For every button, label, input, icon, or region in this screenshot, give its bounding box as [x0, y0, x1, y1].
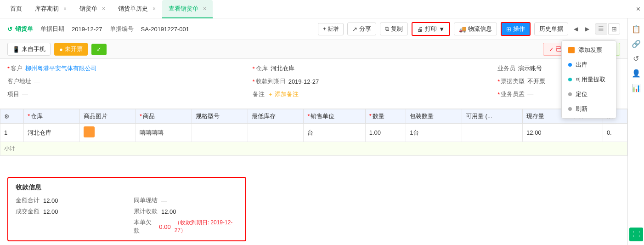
grid-view-btn[interactable]: ⊞	[608, 23, 620, 34]
check-icon: ✓	[96, 46, 102, 53]
payment-info-box: 收款信息 金额合计 12.00 同单现结 — 成交金额 12.00 累计收款 1…	[7, 177, 246, 241]
tab-view-sales-close[interactable]: ×	[203, 6, 206, 12]
toolbar-row: 📱 来自手机 ● 未开票 ✓ ✓ 已核销 ✓ 已生效	[0, 40, 627, 59]
owed-label: 本单欠款	[134, 218, 155, 235]
customer-label: 客户	[11, 64, 23, 73]
copy-icon: ⧉	[385, 25, 389, 33]
staff2-label: 业务员孟	[501, 90, 525, 98]
subtotal-row: 小计	[0, 142, 627, 156]
tab-view-sales[interactable]: 查看销货单 ×	[162, 0, 213, 18]
view-toggle: ☰ ⊞	[595, 23, 620, 34]
window-close-button[interactable]: ×	[636, 5, 640, 13]
cell-img	[80, 124, 136, 142]
operations-button[interactable]: ⊞ 操作	[501, 22, 531, 36]
sidebar-refresh-icon[interactable]: ↺	[629, 51, 643, 65]
right-sidebar: 📋 🔗 ↺ 👤 📊 ⛶	[627, 18, 644, 245]
cell-avail	[462, 124, 523, 142]
table-row: 1 河北仓库 嘻嘻嘻嘻 台 1.00 1台 12.00	[0, 124, 627, 142]
date-value: 2019-12-27	[72, 26, 102, 33]
sidebar-chart-icon[interactable]: 📊	[629, 81, 643, 95]
logistics-button[interactable]: 🚚 物流信息	[454, 23, 497, 35]
same-order-value: —	[161, 197, 167, 204]
from-phone-btn[interactable]: 📱 来自手机	[7, 43, 51, 56]
cumulative-label: 累计收款	[134, 207, 158, 216]
payment-date-label: 收款到期日	[256, 77, 286, 85]
print-icon: 🖨	[417, 26, 423, 33]
sidebar-doc-icon[interactable]: 📋	[629, 22, 643, 36]
warehouse-field: * 仓库 河北仓库	[253, 64, 498, 73]
invoice-icon	[568, 47, 575, 53]
locate-item[interactable]: 定位	[562, 87, 616, 102]
history-button[interactable]: 历史单据	[534, 23, 568, 35]
form-area: * 客户 柳州粤港平安气体有限公司 * 仓库 河北仓库 业务员 演示账号 客户地…	[0, 59, 627, 109]
sidebar-user-icon[interactable]: 👤	[629, 66, 643, 80]
doc-icon: ↺	[7, 26, 12, 33]
cell-product: 嘻嘻嘻嘻	[136, 124, 192, 142]
payment-date-field: * 收款到期日 2019-12-27	[253, 77, 498, 85]
doc-title-section: ↺ 销货单	[7, 25, 33, 33]
staff-value: 演示账号	[518, 64, 542, 73]
number-label: 单据编号	[110, 25, 134, 33]
copy-button[interactable]: ⧉ 复制	[380, 23, 408, 35]
transaction-label: 成交金额	[16, 207, 40, 216]
owed-note: （收款到期日: 2019-12-27）	[175, 219, 238, 234]
plus-icon: ＋	[267, 90, 273, 98]
tab-inventory[interactable]: 库存期初 ×	[28, 0, 73, 18]
available-qty-item[interactable]: 可用量提取	[562, 72, 616, 87]
tab-inventory-close[interactable]: ×	[63, 6, 67, 12]
ticket-required: *	[497, 78, 500, 85]
col-warehouse: *仓库	[24, 109, 80, 124]
payment-owed: 本单欠款 0.00 （收款到期日: 2019-12-27）	[134, 218, 238, 235]
col-product: *商品	[136, 109, 192, 124]
cell-qty: 1.00	[365, 124, 406, 142]
same-order-label: 同单现结	[134, 196, 158, 205]
note-field: 备注 ＋ 添加备注	[253, 90, 498, 98]
prev-arrow[interactable]: ◀	[572, 26, 580, 32]
tab-sales-close[interactable]: ×	[102, 6, 105, 12]
cell-no: 1	[0, 124, 24, 142]
grid-icon: ⊞	[506, 26, 511, 33]
col-spec: 规格型号	[192, 109, 248, 124]
add-note-btn[interactable]: ＋ 添加备注	[267, 90, 299, 98]
phone-icon: 📱	[12, 46, 20, 53]
tab-home[interactable]: 首页	[4, 0, 28, 18]
check-btn[interactable]: ✓	[91, 44, 107, 55]
not-open-btn[interactable]: ● 未开票	[54, 43, 88, 56]
payment-cumulative: 累计收款 12.00	[134, 207, 238, 216]
print-button[interactable]: 🖨 打印 ▼	[412, 22, 450, 36]
staff2-required: *	[497, 91, 500, 98]
list-view-btn[interactable]: ☰	[595, 23, 607, 34]
ticket-type-label: 票据类型	[501, 77, 525, 85]
col-gear[interactable]: ⚙	[0, 109, 24, 124]
col-unit: *销售单位	[304, 109, 365, 124]
owed-value: 0.00	[159, 223, 170, 230]
total-value: 12.00	[43, 197, 58, 204]
outbound-item[interactable]: 出库	[562, 57, 616, 72]
add-invoice-item[interactable]: 添加发票	[562, 43, 616, 57]
doc-title-text: 销货单	[15, 25, 33, 33]
refresh-item[interactable]: 刷新	[562, 102, 616, 116]
warehouse-value: 河北仓库	[271, 64, 294, 73]
payment-date-required: *	[253, 78, 255, 85]
new-button[interactable]: + 新增	[318, 23, 344, 35]
transaction-value: 12.00	[43, 208, 58, 215]
col-avail: 可用量 (...	[462, 109, 523, 124]
sidebar-expand-icon[interactable]: ⛶	[629, 228, 643, 241]
ticket-type-value: 不开票	[527, 77, 545, 85]
tab-sales-history-close[interactable]: ×	[153, 6, 156, 12]
tab-sales[interactable]: 销货单 ×	[73, 0, 112, 18]
cell-warehouse: 河北仓库	[24, 124, 80, 142]
share-button[interactable]: ↗ 分享	[347, 23, 376, 35]
tab-sales-history[interactable]: 销货单历史 ×	[112, 0, 162, 18]
cell-unit: 台	[304, 124, 365, 142]
doc-actions: + 新增 ↗ 分享 ⧉ 复制 🖨 打印 ▼ 🚚 物流信息	[318, 22, 620, 36]
sidebar-link-icon[interactable]: 🔗	[629, 37, 643, 51]
payment-transaction: 成交金额 12.00	[16, 207, 120, 216]
warehouse-required: *	[253, 65, 255, 72]
cell-amount: 0.	[603, 124, 627, 142]
cell-price	[568, 124, 603, 142]
next-arrow[interactable]: ▶	[583, 26, 591, 32]
ticket-icon: ●	[59, 46, 63, 53]
outbound-icon	[568, 63, 572, 67]
customer-value[interactable]: 柳州粤港平安气体有限公司	[25, 64, 97, 73]
